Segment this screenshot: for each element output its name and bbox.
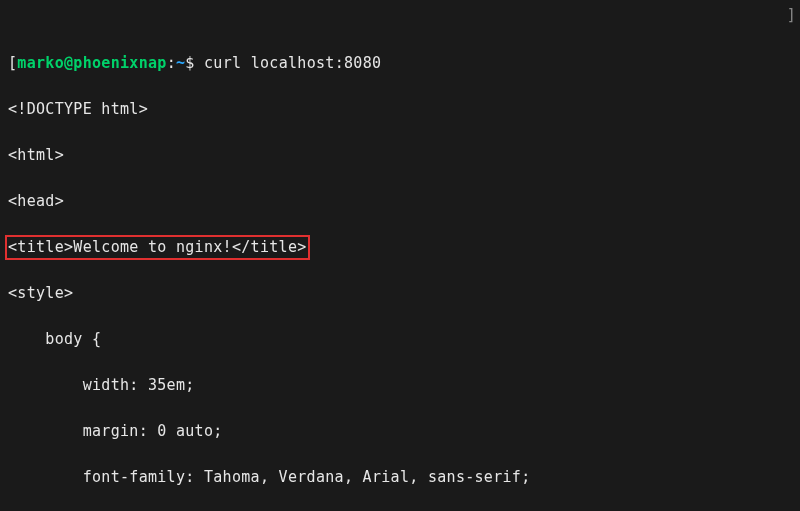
highlight-box: <title>Welcome to nginx!</title> <box>6 236 309 259</box>
output-line: <style> <box>8 282 792 305</box>
command-text: curl localhost:8080 <box>204 54 381 72</box>
bracket-open: [ <box>8 54 17 72</box>
output-line: <head> <box>8 190 792 213</box>
output-line: body { <box>8 328 792 351</box>
output-line: margin: 0 auto; <box>8 420 792 443</box>
cwd-path: ~ <box>176 54 185 72</box>
colon: : <box>167 54 176 72</box>
output-line: <html> <box>8 144 792 167</box>
output-line-highlighted: <title>Welcome to nginx!</title> <box>8 236 792 259</box>
prompt-dollar: $ <box>185 54 194 72</box>
output-line: width: 35em; <box>8 374 792 397</box>
user-host: marko@phoenixnap <box>17 54 166 72</box>
output-line: font-family: Tahoma, Verdana, Arial, san… <box>8 466 792 489</box>
prompt-line-1: [marko@phoenixnap:~$ curl localhost:8080 <box>8 52 792 75</box>
terminal-window[interactable]: ] [marko@phoenixnap:~$ curl localhost:80… <box>0 0 800 511</box>
scrollbar-mark: ] <box>787 4 796 27</box>
output-line: <!DOCTYPE html> <box>8 98 792 121</box>
